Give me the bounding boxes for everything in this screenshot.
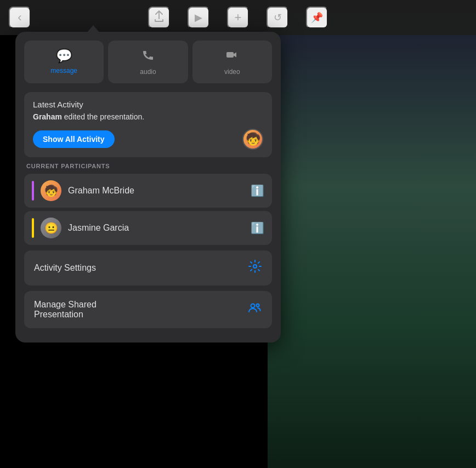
avatar-emoji-graham: 🧒 (44, 184, 58, 197)
participant-name-graham: Graham McBride (68, 186, 244, 196)
history-button[interactable]: ↺ (267, 7, 288, 28)
avatar-emoji-jasmine: 😐 (44, 221, 58, 235)
participant-bar-jasmine (32, 218, 34, 238)
activity-description: Graham edited the presentation. (33, 112, 263, 121)
back-button[interactable]: ‹ (9, 7, 31, 28)
manage-shared-icon (248, 301, 262, 318)
activity-rest: edited the presentation. (62, 112, 144, 121)
back-icon: ‹ (18, 10, 21, 25)
tab-message-label: message (50, 67, 77, 75)
activity-footer: Show All Activity 🧒 (33, 129, 263, 150)
manage-shared-label: Manage Shared Presentation (34, 300, 97, 319)
play-button[interactable]: ▶ (188, 7, 209, 28)
background-image (268, 0, 476, 468)
svg-rect-0 (226, 52, 234, 58)
participant-name-jasmine: Jasmine Garcia (68, 223, 244, 233)
popover-panel: 💬 message audio video Latest Activity (15, 32, 281, 343)
info-icon-graham[interactable]: ℹ️ (251, 184, 264, 197)
activity-settings-item[interactable]: Activity Settings (24, 250, 272, 286)
manage-shared-item[interactable]: Manage Shared Presentation (24, 291, 272, 328)
toolbar: ‹ ▶ + ↺ 📌 (0, 0, 476, 35)
add-button[interactable]: + (227, 7, 249, 28)
add-icon: + (235, 10, 242, 25)
play-icon: ▶ (195, 12, 202, 24)
svg-point-3 (257, 304, 259, 307)
activity-avatar: 🧒 (242, 129, 263, 150)
message-icon: 💬 (56, 48, 72, 64)
audio-icon (141, 48, 155, 65)
svg-point-1 (253, 265, 257, 268)
share-icon (154, 10, 165, 25)
svg-point-2 (251, 304, 255, 308)
participants-label: CURRENT PARTICIPANTS (24, 163, 272, 169)
avatar-emoji: 🧒 (246, 132, 260, 146)
tab-message[interactable]: 💬 message (24, 41, 104, 83)
participant-bar-graham (32, 181, 34, 201)
participants-section: CURRENT PARTICIPANTS 🧒 Graham McBride ℹ️… (24, 163, 272, 245)
activity-bold: Graham (33, 112, 62, 121)
pin-button[interactable]: 📌 (306, 7, 328, 28)
tab-video-label: video (224, 68, 240, 76)
participant-avatar-graham: 🧒 (41, 180, 61, 201)
video-icon (225, 48, 239, 65)
tab-audio[interactable]: audio (108, 41, 188, 83)
activity-settings-label: Activity Settings (34, 263, 96, 273)
history-icon: ↺ (274, 12, 282, 24)
participant-avatar-jasmine: 😐 (41, 218, 61, 238)
tab-row: 💬 message audio video (24, 41, 272, 83)
tab-audio-label: audio (140, 68, 156, 76)
participant-item-jasmine[interactable]: 😐 Jasmine Garcia ℹ️ (24, 211, 272, 245)
latest-activity-title: Latest Activity (33, 100, 263, 109)
show-all-activity-button[interactable]: Show All Activity (33, 130, 115, 148)
share-icon-button[interactable] (148, 7, 170, 28)
pin-icon: 📌 (311, 12, 323, 24)
participant-item-graham[interactable]: 🧒 Graham McBride ℹ️ (24, 174, 272, 208)
info-icon-jasmine[interactable]: ℹ️ (251, 221, 264, 235)
activity-settings-icon (248, 259, 262, 277)
latest-activity-section: Latest Activity Graham edited the presen… (24, 92, 272, 157)
tab-video[interactable]: video (192, 41, 272, 83)
